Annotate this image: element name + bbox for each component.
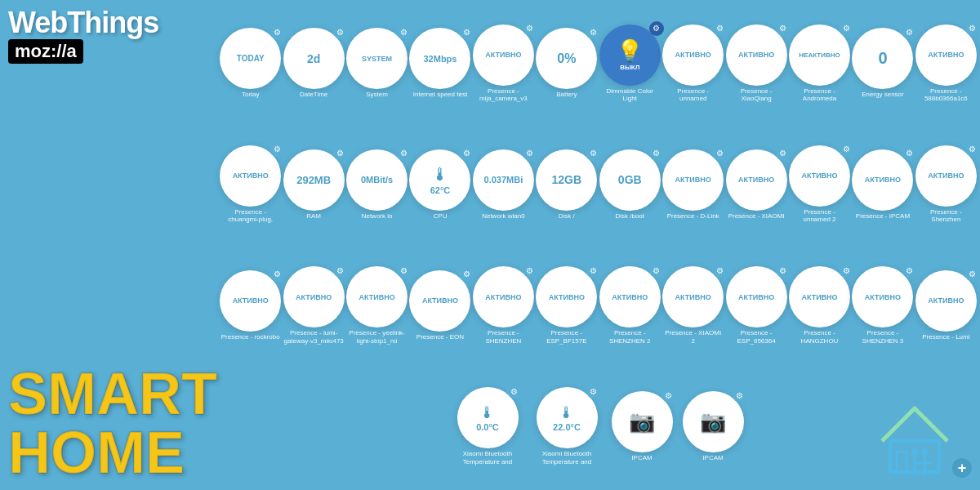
device-presence-andromeda[interactable]: ⚙ НЕАКТИВНО Presence - Andromeda	[790, 24, 849, 103]
device-label: IPCAM	[702, 454, 723, 462]
device-presence-unnamed[interactable]: ⚙ АКТИВНО Presence - unnamed	[663, 24, 723, 103]
device-presence-xiaomi2[interactable]: ⚙ АКТИВНО Presence - XIAOMI 2	[663, 266, 723, 345]
device-energy-sensor[interactable]: ⚙ 0 Energy sensor	[853, 28, 912, 99]
gear-icon[interactable]: ⚙	[586, 24, 600, 39]
gear-icon[interactable]: ⚙	[586, 263, 600, 278]
gear-icon[interactable]: ⚙	[459, 24, 474, 39]
gear-icon[interactable]: ⚙	[649, 21, 664, 36]
device-label: Today	[242, 91, 259, 99]
gear-icon[interactable]: ⚙	[396, 146, 411, 161]
device-presence-yeelink[interactable]: ⚙ АКТИВНО Presence - yeelink-light-strip…	[347, 266, 407, 345]
gear-icon[interactable]: ⚙	[776, 263, 791, 278]
device-label: Internet speed test	[413, 91, 467, 99]
device-dimmable[interactable]: ⚙ 💡 ВЫКЛ Dimmable Color Light	[600, 24, 660, 103]
gear-icon[interactable]: ⚙	[712, 146, 727, 161]
gear-icon[interactable]: ⚙	[776, 21, 791, 36]
device-label: RAM	[306, 212, 321, 220]
device-row-1: ⚙ Today Today ⚙ 2d DateTime ⚙ System Sys…	[220, 4, 976, 122]
device-ipcam1[interactable]: ⚙ 📷 IPCAM	[612, 391, 673, 462]
gear-icon[interactable]: ⚙	[965, 142, 980, 157]
device-presence-chuangmi[interactable]: ⚙ АКТИВНО Presence - chuangmi-plug,	[220, 145, 280, 224]
device-internet[interactable]: ⚙ 32Mbps Internet speed test	[410, 28, 470, 99]
device-label: Presence - chuangmi-plug,	[220, 208, 280, 224]
gear-icon[interactable]: ⚙	[523, 21, 537, 36]
device-presence-588[interactable]: ⚙ АКТИВНО Presence - 588b0366a1c6	[916, 24, 976, 103]
device-system[interactable]: ⚙ System System	[347, 28, 407, 99]
device-presence-ipcam[interactable]: ⚙ АКТИВНО Presence - IPCAM	[853, 149, 912, 220]
gear-icon[interactable]: ⚙	[396, 24, 411, 39]
gear-icon[interactable]: ⚙	[662, 388, 676, 403]
gear-icon[interactable]: ⚙	[776, 146, 791, 161]
device-today[interactable]: ⚙ Today Today	[220, 28, 280, 99]
gear-icon[interactable]: ⚙	[965, 21, 980, 36]
gear-icon[interactable]: ⚙	[333, 263, 348, 278]
device-ipcam2[interactable]: ⚙ 📷 IPCAM	[683, 391, 744, 462]
device-label: Xiaomi Bluetooth Temperature and	[453, 450, 523, 466]
device-presence-hangzhou[interactable]: ⚙ АКТИВНО Presence - HANGZHOU	[790, 266, 849, 345]
gear-icon[interactable]: ⚙	[523, 263, 537, 278]
gear-icon[interactable]: ⚙	[839, 142, 853, 157]
device-presence-lumi[interactable]: ⚙ АКТИВНО Presence - Lumi	[916, 270, 976, 341]
gear-icon[interactable]: ⚙	[712, 21, 727, 36]
gear-icon[interactable]: ⚙	[270, 24, 284, 39]
device-presence-xiaomi[interactable]: ⚙ АКТИВНО Presence - XIAOMI	[726, 149, 786, 220]
gear-icon[interactable]: ⚙	[649, 146, 664, 161]
device-presence-xiaoqiang[interactable]: ⚙ АКТИВНО Presence - XiaoQiang	[726, 24, 786, 103]
device-presence-shenzhen-main[interactable]: ⚙ АКТИВНО Presence - SHENZHEN	[474, 266, 533, 345]
gear-icon[interactable]: ⚙	[839, 21, 853, 36]
device-label: Presence - 588b0366a1c6	[916, 87, 976, 103]
device-presence-esp-65[interactable]: ⚙ АКТИВНО Presence - ESP_656364	[726, 266, 786, 345]
device-label: Presence - Lumi	[922, 333, 969, 341]
gear-icon[interactable]: ⚙	[586, 384, 601, 399]
device-xbt1[interactable]: ⚙ 🌡 0.0°C Xiaomi Bluetooth Temperature a…	[453, 387, 523, 466]
device-presence-lumi-gw[interactable]: ⚙ АКТИВНО Presence - lumi-gateway-v3_mii…	[283, 266, 343, 345]
device-disk-boot[interactable]: ⚙ 0GB Disk /boot	[600, 149, 660, 220]
device-cpu[interactable]: ⚙ 🌡 62°C CPU	[410, 149, 470, 220]
device-presence-shenzhen[interactable]: ⚙ АКТИВНО Presence - Shenzhen	[916, 145, 976, 224]
device-presence-mija[interactable]: ⚙ АКТИВНО Presence - mija_camera_v3	[474, 24, 533, 103]
device-presence-eon[interactable]: ⚙ АКТИВНО Presence - EON	[410, 270, 470, 341]
device-network-wlan0[interactable]: ⚙ 0.037MBi Network wlan0	[474, 149, 533, 220]
gear-icon[interactable]: ⚙	[396, 263, 411, 278]
gear-icon[interactable]: ⚙	[712, 263, 727, 278]
device-datetime[interactable]: ⚙ 2d DateTime	[283, 28, 343, 99]
device-label: Presence - SHENZHEN 3	[853, 329, 912, 345]
device-presence-dlink[interactable]: ⚙ АКТИВНО Presence - D-Link	[663, 149, 723, 220]
device-label: Presence - SHENZHEN 2	[600, 329, 660, 345]
gear-icon[interactable]: ⚙	[649, 263, 664, 278]
gear-icon[interactable]: ⚙	[459, 146, 474, 161]
gear-icon[interactable]: ⚙	[523, 146, 537, 161]
gear-icon[interactable]: ⚙	[902, 24, 916, 39]
device-label: Dimmable Color Light	[600, 87, 660, 103]
device-ram[interactable]: ⚙ 292MB RAM	[283, 149, 343, 220]
device-label: Presence - ESP_BF157E	[537, 329, 596, 345]
gear-icon[interactable]: ⚙	[270, 142, 284, 157]
gear-icon[interactable]: ⚙	[733, 388, 747, 403]
device-label: Xiaomi Bluetooth Temperature and	[532, 450, 602, 466]
mozilla-logo: moz://a	[8, 39, 83, 64]
device-presence-rockrobo[interactable]: ⚙ АКТИВНО Presence - rockrobo	[220, 270, 280, 341]
gear-icon[interactable]: ⚙	[459, 267, 474, 282]
device-presence-unnamed2[interactable]: ⚙ АКТИВНО Presence - unnamed 2	[790, 145, 849, 224]
device-xbt2[interactable]: ⚙ 🌡 22.0°C Xiaomi Bluetooth Temperature …	[532, 387, 602, 466]
device-label: Presence - XIAOMI	[728, 212, 785, 220]
device-label: Network lo	[362, 212, 393, 220]
gear-icon[interactable]: ⚙	[586, 146, 600, 161]
gear-icon[interactable]: ⚙	[333, 24, 348, 39]
device-network-lo[interactable]: ⚙ 0MBit/s Network lo	[347, 149, 407, 220]
device-disk-root[interactable]: ⚙ 12GB Disk /	[537, 149, 596, 220]
device-label: Network wlan0	[482, 212, 524, 220]
gear-icon[interactable]: ⚙	[902, 146, 916, 161]
gear-icon[interactable]: ⚙	[507, 384, 522, 399]
device-battery[interactable]: ⚙ 0% Battery	[537, 28, 596, 99]
device-presence-esp-bf[interactable]: ⚙ АКТИВНО Presence - ESP_BF157E	[537, 266, 596, 345]
webthings-logo: WebThings	[8, 8, 158, 38]
gear-icon[interactable]: ⚙	[965, 267, 980, 282]
gear-icon[interactable]: ⚙	[333, 146, 348, 161]
gear-icon[interactable]: ⚙	[839, 263, 853, 278]
device-presence-shenzhen3[interactable]: ⚙ АКТИВНО Presence - SHENZHEN 3	[853, 266, 912, 345]
device-label: Presence - XIAOMI 2	[663, 329, 723, 345]
device-presence-shenzhen2[interactable]: ⚙ АКТИВНО Presence - SHENZHEN 2	[600, 266, 660, 345]
gear-icon[interactable]: ⚙	[902, 263, 916, 278]
gear-icon[interactable]: ⚙	[270, 267, 284, 282]
